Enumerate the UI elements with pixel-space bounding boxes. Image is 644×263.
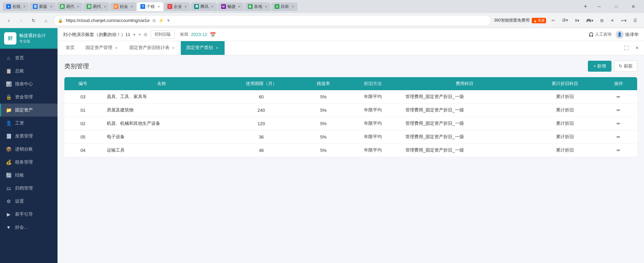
- browser-tab-t9[interactable]: M畅捷×: [218, 2, 244, 11]
- cell-residual: 5%: [301, 104, 346, 117]
- forward-btn[interactable]: ›: [16, 16, 26, 25]
- browser-tab-t8[interactable]: 腾腾讯×: [191, 2, 217, 11]
- cut-tool[interactable]: ✂: [549, 17, 558, 24]
- cell-edit[interactable]: ✏: [600, 117, 637, 130]
- page-expand-btn[interactable]: ⛶: [622, 44, 630, 52]
- app-tab-label: 固定资产类别: [186, 45, 213, 51]
- settings-icon[interactable]: ⚙: [143, 32, 148, 37]
- sidebar-item-funds[interactable]: 🔒资金管理: [0, 91, 58, 104]
- app-tab-close-btn[interactable]: ×: [114, 45, 118, 50]
- cell-edit[interactable]: ✏: [600, 144, 637, 157]
- calendar-icon[interactable]: 📅: [210, 32, 216, 37]
- sidebar-item-invoice[interactable]: 🧾发票管理: [0, 130, 58, 143]
- sidebar-item-more[interactable]: ▼好会...: [0, 221, 58, 234]
- browser-tab-t1[interactable]: ●在线×: [3, 2, 29, 11]
- app-tab-home[interactable]: 首页: [60, 41, 80, 55]
- consult-btn[interactable]: 🎧 人工咨询: [589, 32, 611, 37]
- tab-label: 新版: [39, 4, 47, 10]
- sidebar-item-stock[interactable]: 📦进销台账: [0, 143, 58, 156]
- address-bar[interactable]: 🔒 https://cloud.chanjet.com/accounting/u…: [53, 15, 491, 26]
- browser-tab-t11[interactable]: S目前×: [271, 2, 297, 11]
- app-tab-fixed-mgmt[interactable]: 固定资产管理×: [80, 41, 124, 55]
- browser-tab-t4[interactable]: 易易代×: [83, 2, 109, 11]
- switch-btn[interactable]: 切到旧版: [151, 30, 175, 39]
- tab-close-icon[interactable]: ×: [104, 4, 106, 9]
- menu-icon-closing: 🔄: [5, 172, 12, 178]
- tab-label: 易代: [66, 4, 74, 10]
- tab-close-icon[interactable]: ×: [292, 4, 294, 9]
- sidebar-item-ledger[interactable]: 📋总账: [0, 64, 58, 77]
- game-tool[interactable]: 🎮▾: [583, 17, 596, 24]
- app-tab-fixed-depreciation[interactable]: 固定资产折旧统计表×: [124, 41, 181, 55]
- app-tab-fixed-category[interactable]: 固定资产类别×: [181, 41, 225, 55]
- sidebar-item-home[interactable]: ⌂首页: [0, 51, 58, 64]
- home-btn[interactable]: ⌂: [41, 16, 51, 25]
- top-bar-right: 🎧 人工咨询 👤 徐泽华: [589, 31, 639, 39]
- add-btn[interactable]: + 新增: [588, 61, 611, 72]
- sidebar-item-guide[interactable]: ▶新手引导: [0, 208, 58, 221]
- browser-tab-t6[interactable]: 个个税×: [137, 2, 163, 11]
- tab-close-icon[interactable]: ×: [77, 4, 79, 9]
- tab-close-icon[interactable]: ×: [23, 4, 25, 9]
- cell-edit[interactable]: ✏: [600, 104, 637, 117]
- tab-icon: M: [221, 4, 226, 9]
- tab-close-icon[interactable]: ×: [211, 4, 213, 9]
- new-tab-btn[interactable]: +: [581, 2, 590, 11]
- wallet-tool[interactable]: ¥▾: [572, 17, 582, 24]
- sidebar-item-fixed[interactable]: 📁固定资产: [0, 104, 58, 117]
- cell-code: 03: [64, 90, 101, 104]
- tab-label: 个税: [147, 4, 155, 10]
- cell-code: 02: [64, 117, 101, 130]
- cell-edit[interactable]: ✏: [600, 90, 637, 104]
- user-avatar[interactable]: 👤 徐泽华: [616, 31, 639, 39]
- brightness-tool[interactable]: ☀: [608, 17, 617, 24]
- cell-period: 60: [222, 90, 301, 104]
- table-header-cell: 折旧方法: [346, 77, 400, 90]
- content-header-right: + 新增 ↻ 刷新: [588, 61, 637, 72]
- close-btn[interactable]: ✕: [626, 0, 641, 13]
- refresh-btn[interactable]: ↻ 刷新: [614, 61, 637, 72]
- tab-close-icon[interactable]: ×: [50, 4, 52, 9]
- tab-icon: S: [275, 4, 279, 9]
- tab-close-icon[interactable]: ×: [238, 4, 240, 9]
- back-btn[interactable]: ‹: [4, 16, 14, 25]
- add-account-btn[interactable]: +: [138, 32, 141, 38]
- reload-btn[interactable]: ↻: [29, 16, 38, 25]
- menu-tool[interactable]: ☰: [631, 17, 640, 24]
- page-close-btn[interactable]: ×: [633, 44, 641, 52]
- undo-tool[interactable]: ↩▾: [618, 17, 629, 24]
- sidebar-item-closing[interactable]: 🔄结账: [0, 169, 58, 182]
- browser-tab-t2[interactable]: 新新版×: [29, 2, 55, 11]
- browser-tab-t7[interactable]: C企业×: [164, 2, 190, 11]
- menu-icon-tax: 💰: [5, 159, 12, 165]
- tab-close-icon[interactable]: ×: [265, 4, 267, 9]
- menu-icon-report: 📊: [5, 81, 12, 87]
- menu-icon-salary: 👤: [5, 120, 12, 126]
- tab-label: 在线: [12, 4, 21, 10]
- app-tab-close-btn[interactable]: ×: [172, 45, 176, 50]
- grid-tool[interactable]: ⊞: [597, 17, 606, 24]
- sidebar-item-archive[interactable]: 🗂归档管理: [0, 182, 58, 195]
- cell-period: 48: [222, 144, 301, 157]
- sidebar-item-report[interactable]: 📊报表中心: [0, 77, 58, 91]
- translate-tool[interactable]: 译▾: [559, 16, 571, 25]
- menu-icon-invoice: 🧾: [5, 133, 12, 139]
- sidebar-item-salary[interactable]: 👤工资: [0, 117, 58, 130]
- browser-tab-t3[interactable]: 易易代×: [56, 2, 83, 11]
- tab-close-icon[interactable]: ×: [131, 4, 133, 9]
- sidebar-item-tax[interactable]: 💰税务管理: [0, 156, 58, 169]
- url-text: https://cloud.chanjet.com/accounting/uw1…: [66, 18, 150, 23]
- cell-code: 01: [64, 104, 101, 117]
- sidebar-label-stock: 进销台账: [15, 146, 33, 152]
- tab-close-icon[interactable]: ×: [157, 4, 160, 9]
- cell-edit[interactable]: ✏: [600, 130, 637, 144]
- dropdown-icon[interactable]: ▼: [132, 33, 136, 37]
- browser-tab-t5[interactable]: 好好会×: [110, 2, 136, 11]
- sidebar-item-settings[interactable]: ⚙设置: [0, 195, 58, 208]
- tab-close-icon[interactable]: ×: [185, 4, 187, 9]
- max-btn[interactable]: □: [608, 0, 624, 13]
- app-tab-close-btn[interactable]: ×: [215, 45, 219, 50]
- browser-tab-t10[interactable]: 各各地×: [244, 2, 270, 11]
- tab-icon: ●: [6, 4, 11, 9]
- min-btn[interactable]: ─: [591, 0, 607, 13]
